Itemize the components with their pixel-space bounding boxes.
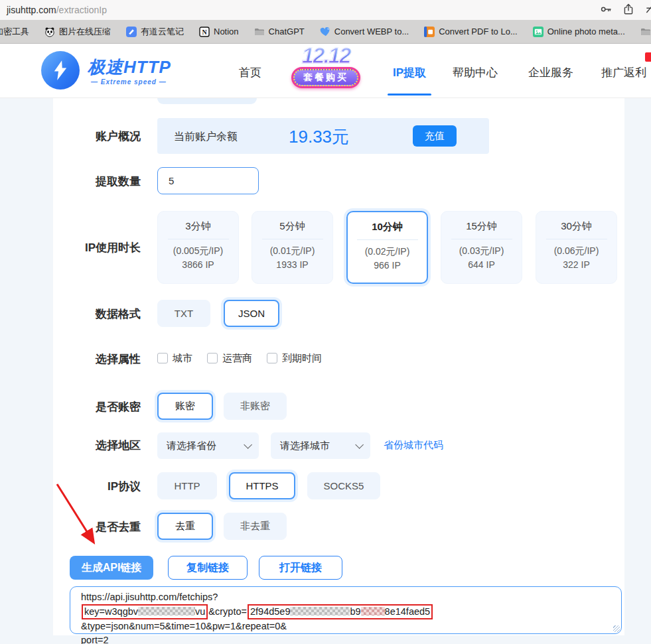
api-url-line2: key=w3qgbvvu&crypto=2f94d5e9b98e14faed5&… [81,604,611,633]
checkbox-isp[interactable]: 运营商 [207,352,252,365]
balance-label: 当前账户余额 [174,130,238,144]
city-select[interactable]: 请选择城市 [271,432,370,459]
photo-meta-icon [533,27,543,37]
panda-icon [44,27,55,37]
auth-option-credential-selected[interactable]: 账密 [157,393,213,420]
dedupe-option-yes-selected[interactable]: 去重 [157,513,213,540]
attributes-label: 选择属性 [53,352,141,367]
generate-api-link-button[interactable]: 生成API链接 [70,556,153,580]
bookmark-photo-meta[interactable]: Online photo meta... [533,27,625,37]
redacted-crypto-segment [290,607,350,615]
bookmark-folder-relakkes[interactable]: Relakkes [640,27,651,37]
password-key-icon[interactable] [599,3,613,16]
checkbox-expiry[interactable]: 到期时间 [267,352,322,365]
site-header: 极速HTTP — Extreme speed — 首页 12.12 套餐购买 I… [0,44,651,98]
auth-option-no-credential[interactable]: 非账密 [224,393,287,420]
api-url-textarea[interactable]: https://api.jisuhttp.com/fetchips? key=w… [70,586,622,634]
province-city-code-link[interactable]: 省份城市代码 [384,439,443,452]
api-url-line1: https://api.jisuhttp.com/fetchips? [81,590,611,604]
region-label: 选择地区 [53,438,141,453]
nav-help-center[interactable]: 帮助中心 [453,65,498,80]
resize-handle-icon[interactable] [613,625,620,632]
logo-icon[interactable] [41,51,80,90]
redacted-crypto-segment-2 [361,607,385,615]
nav-referral[interactable]: 推广返利 [601,65,646,80]
quantity-input[interactable] [157,167,259,194]
province-select[interactable]: 请选择省份 [157,432,259,459]
duration-option-5min[interactable]: 5分钟 (0.01元/IP) 1933 IP [252,211,333,284]
protocol-option-https-selected[interactable]: HTTPS [229,472,295,499]
protocol-label: IP协议 [53,479,141,494]
protocol-option-http[interactable]: HTTP [157,472,217,499]
balance-box: 当前账户余额 19.33元 充值 [157,118,489,154]
dedupe-option-no[interactable]: 非去重 [224,513,287,540]
address-bar[interactable]: jisuhttp.com/extractionIp [7,5,107,15]
open-link-button[interactable]: 打开链接 [259,556,342,580]
bookmark-convert-webp[interactable]: Convert WEBP to... [320,27,409,37]
format-label: 数据格式 [53,306,141,322]
auth-label: 是否账密 [53,399,141,415]
dedupe-label: 是否去重 [53,519,141,535]
pdf-converter-icon [424,27,435,37]
recharge-button[interactable]: 充值 [413,125,457,147]
account-overview-label: 账户概况 [53,129,141,144]
redacted-key-segment [138,607,195,615]
chevron-down-icon [355,440,364,449]
bookmark-convert-pdf[interactable]: Convert PDF to Lo... [424,27,518,37]
bookmarks-bar: 加密工具 图片在线压缩 有道云笔记 N Notion ChatGPT Conve… [0,20,651,44]
redaction-box-crypto: 2f94d5e9b98e14faed5 [248,604,433,619]
format-option-txt[interactable]: TXT [157,300,210,327]
cutoff-element [157,98,257,104]
balance-value: 19.33元 [289,125,349,149]
browser-titlebar: jisuhttp.com/extractionIp [0,0,651,20]
api-url-line3: port=2 [81,633,611,644]
promo-banner[interactable]: 12.12 套餐购买 [289,45,362,96]
chevron-down-icon [244,440,252,449]
nav-active-underline [388,94,431,96]
logo-title[interactable]: 极速HTTP [88,56,171,79]
url-domain: jisuhttp.com [7,5,56,15]
logo-subtitle: — Extreme speed — [91,78,167,86]
promo-pill: 套餐购买 [291,67,360,88]
bookmark-folder-chatgpt[interactable]: ChatGPT [254,27,305,37]
checkbox-icon [207,353,218,363]
nav-enterprise[interactable]: 企业服务 [528,65,573,80]
duration-option-15min[interactable]: 15分钟 (0.03元/IP) 644 IP [441,211,522,284]
copy-link-button[interactable]: 复制链接 [168,556,248,580]
notion-icon: N [199,27,210,37]
youdao-note-icon [126,27,137,37]
quantity-label: 提取数量 [53,174,141,189]
partial-toolbar-icon[interactable] [644,3,651,16]
blue-heart-icon [320,27,330,37]
checkbox-icon [157,353,168,363]
bookmark-youdao-note[interactable]: 有道云笔记 [126,26,184,38]
nav-ip-extract[interactable]: IP提取 [393,65,426,80]
nav-home[interactable]: 首页 [239,65,261,80]
format-option-json-selected[interactable]: JSON [224,300,279,327]
promo-date: 12.12 [289,45,362,66]
folder-icon [254,27,265,37]
browser-window: jisuhttp.com/extractionIp 加密工具 图片在线压缩 有道… [0,0,651,644]
checkbox-city[interactable]: 城市 [157,352,192,365]
share-icon[interactable] [622,3,635,16]
folder-icon [640,27,651,37]
svg-text:N: N [202,28,207,35]
redaction-box-key: key=w3qgbvvu [82,604,208,619]
protocol-option-socks5[interactable]: SOCKS5 [307,472,380,499]
duration-option-3min[interactable]: 3分钟 (0.005元/IP) 3866 IP [157,211,239,284]
duration-label: IP使用时长 [53,240,141,255]
nav-notification-badge [645,52,651,62]
checkbox-icon [267,353,277,363]
promo-text: 套餐购买 [293,69,358,86]
bookmark-encrypt-tool[interactable]: 加密工具 [0,26,29,38]
duration-option-30min[interactable]: 30分钟 (0.06元/IP) 322 IP [536,211,617,284]
duration-option-10min-selected[interactable]: 10分钟 (0.02元/IP) 966 IP [346,211,428,284]
attributes-group: 城市 运营商 到期时间 [157,350,322,366]
url-path: /extractionIp [56,5,107,15]
bookmark-notion[interactable]: N Notion [199,27,239,37]
bookmark-tinypng[interactable]: 图片在线压缩 [44,26,111,38]
